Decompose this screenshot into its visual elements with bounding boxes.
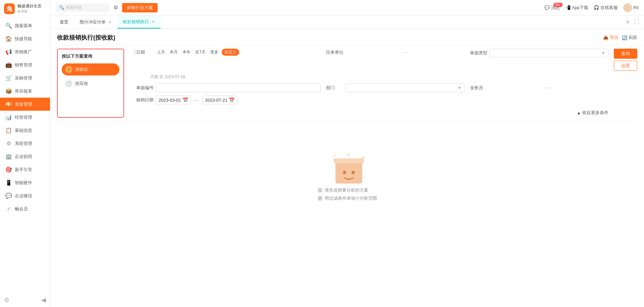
- date-tabs-group: 上月 本月 本年 近7天 更多 自定义: [156, 49, 321, 56]
- collapse-more-button[interactable]: ▲ 收起更多条件: [577, 108, 608, 118]
- receivable-icon: 🕐: [65, 80, 72, 87]
- sidebar-item-guide[interactable]: 🎯 新手引导: [0, 163, 50, 176]
- sidebar-item-wechat[interactable]: 💬 企业微信: [0, 189, 50, 202]
- sidebar-item-system[interactable]: ⚙ 系统管理: [0, 137, 50, 150]
- sidebar-item-finance[interactable]: 💴 资金管理: [0, 98, 50, 111]
- logo-icon: 兔: [4, 3, 15, 14]
- date-label: 日期: [136, 49, 154, 55]
- verify-date-end[interactable]: 2023-07-21 📅: [202, 96, 238, 104]
- filter-option-receivable[interactable]: 🕐 按应收: [62, 78, 119, 90]
- sidebar-item-quicknav[interactable]: 🏠 快捷导航: [0, 32, 50, 45]
- doctype-label: 单据类型: [470, 50, 487, 56]
- calendar-start-icon: 📅: [182, 97, 188, 103]
- svg-text:✦: ✦: [346, 152, 351, 158]
- tabbar: 首页 预付冲应付单 ✕ 收款核销执行 ✕ ✕ ⛶: [50, 15, 644, 29]
- tab-prepay[interactable]: 预付冲应付单 ✕: [74, 15, 117, 29]
- filter-sidebar-title: 按以下方案查询: [62, 53, 119, 59]
- svg-point-5: [352, 171, 354, 173]
- dept-chevron-down-icon: ▼: [458, 86, 462, 90]
- tab-prepay-close[interactable]: ✕: [108, 20, 112, 24]
- settings-icon[interactable]: ⚙: [4, 296, 9, 304]
- page-panel: 收款核销执行(按收款) 📤 导出 🔄 刷新 按以下方案查询: [50, 29, 644, 307]
- dept-select[interactable]: ▼: [345, 84, 465, 92]
- hint-num-2: 2: [317, 196, 323, 201]
- staff-field-group: 业务员 ···: [470, 84, 608, 91]
- refresh-label: 刷新: [629, 35, 637, 41]
- svg-point-6: [362, 156, 365, 159]
- refresh-button[interactable]: 🔄 刷新: [622, 35, 637, 41]
- app-download-button[interactable]: 📲 App下载: [565, 5, 588, 11]
- staff-input[interactable]: ···: [489, 84, 608, 91]
- tab-receipt[interactable]: 收款核销执行 ✕: [117, 15, 161, 29]
- filter-option-receipt[interactable]: 💰 按收款: [62, 63, 119, 75]
- verify-date-start[interactable]: 2023-03-01 📅: [156, 96, 191, 104]
- inventory-icon: 📦: [5, 88, 12, 94]
- date-range-separator: —: [195, 98, 199, 103]
- main-content: 🔍 搜索内容 ⚙ 体验行业方案 💬 消息 99+ 📲 App下载 🎧 在线客服: [50, 0, 644, 307]
- verify-date-field-group: 核销日期 2023-03-01 📅 — 2023-07-21 📅: [136, 96, 321, 104]
- calendar-end-icon: 📅: [229, 97, 234, 103]
- topbar-gear-icon[interactable]: ⚙: [113, 4, 118, 11]
- sidebar-item-inventory[interactable]: 📦 库存核算: [0, 85, 50, 98]
- query-button[interactable]: 查询: [614, 49, 637, 59]
- finance-icon: 💴: [5, 101, 12, 107]
- dept-label: 部门: [326, 85, 343, 91]
- basic-icon: 📋: [5, 127, 12, 134]
- message-icon: 💬: [544, 5, 550, 10]
- sidebar-label-management: 经营管理: [15, 114, 32, 120]
- chevron-down-icon: ▼: [601, 51, 605, 55]
- verify-date-label: 核销日期: [136, 97, 154, 103]
- date-tab-this-month[interactable]: 本月: [168, 49, 179, 55]
- date-tab-custom[interactable]: 自定义: [222, 49, 239, 56]
- tab-close-all-icon[interactable]: ✕: [625, 18, 631, 26]
- tab-prepay-label: 预付冲应付单: [79, 19, 106, 25]
- date-tab-last-month[interactable]: 上月: [156, 49, 166, 55]
- sidebar-item-member[interactable]: ✓ 畅会员: [0, 202, 50, 215]
- sidebar-item-sales[interactable]: 💼 销售管理: [0, 58, 50, 71]
- date-tab-7days[interactable]: 近7天: [194, 49, 207, 55]
- collapse-sidebar-icon[interactable]: ◀: [41, 296, 46, 304]
- export-button[interactable]: 📤 导出: [603, 35, 619, 41]
- tab-home[interactable]: 首页: [54, 15, 74, 29]
- cooperation-icon: 🏢: [5, 153, 12, 160]
- sidebar-item-marketing[interactable]: 📢 营销推广: [0, 45, 50, 58]
- sidebar-label-quicknav: 快捷导航: [15, 36, 32, 42]
- topbar: 🔍 搜索内容 ⚙ 体验行业方案 💬 消息 99+ 📲 App下载 🎧 在线客服: [50, 0, 644, 15]
- tab-expand-icon[interactable]: ⛶: [633, 18, 640, 26]
- trial-button[interactable]: 体验行业方案: [122, 3, 158, 12]
- doctype-select[interactable]: ▼: [489, 49, 608, 57]
- topbar-search[interactable]: 🔍 搜索内容: [56, 3, 109, 12]
- sidebar-label-system: 系统管理: [15, 141, 32, 147]
- docnumber-label: 单据编号: [136, 85, 154, 91]
- sidebar-item-management[interactable]: 📊 经营管理: [0, 111, 50, 124]
- dept-field-group: 部门 ▼: [326, 84, 465, 92]
- docnumber-input[interactable]: [156, 83, 321, 92]
- user-profile[interactable]: Rit: [623, 3, 639, 12]
- settings-button[interactable]: 设置: [614, 61, 637, 71]
- headset-icon: 🎧: [594, 5, 599, 10]
- sidebar-label-guide: 新手引导: [15, 167, 32, 173]
- empty-hint-1: 1 请先选择要分析的方案: [317, 187, 377, 193]
- filter-actions: 查询 设置: [614, 49, 637, 71]
- tab-receipt-close[interactable]: ✕: [152, 19, 155, 24]
- tabbar-actions: ✕ ⛶: [625, 18, 640, 26]
- filter-sidebar-collapse-icon[interactable]: 《: [131, 49, 136, 118]
- sidebar-label-cooperation: 企业协同: [15, 154, 32, 160]
- sidebar-item-search[interactable]: 🔍 搜索菜单: [0, 19, 50, 32]
- system-icon: ⚙: [5, 140, 12, 147]
- svg-rect-0: [335, 162, 362, 184]
- sidebar-item-cooperation[interactable]: 🏢 企业协同: [0, 150, 50, 163]
- content-area: 收款核销执行(按收款) 📤 导出 🔄 刷新 按以下方案查询: [50, 29, 644, 307]
- sidebar-item-purchase[interactable]: 🛒 采购管理: [0, 71, 50, 85]
- date-secondary-info: 不限 至 2023-07-26: [150, 74, 637, 80]
- avatar: [623, 3, 632, 12]
- sidebar-label-hardware: 智能硬件: [15, 180, 32, 186]
- message-button[interactable]: 💬 消息 99+: [544, 5, 560, 11]
- service-button[interactable]: 🎧 在线客服: [594, 5, 618, 11]
- date-tab-more[interactable]: 更多: [209, 49, 220, 55]
- partner-input[interactable]: ···: [345, 49, 465, 56]
- sidebar-item-hardware[interactable]: 📱 智能硬件: [0, 176, 50, 189]
- refresh-icon: 🔄: [622, 35, 627, 40]
- sidebar-item-basic[interactable]: 📋 基础信息: [0, 124, 50, 137]
- date-tab-this-year[interactable]: 本年: [181, 49, 192, 55]
